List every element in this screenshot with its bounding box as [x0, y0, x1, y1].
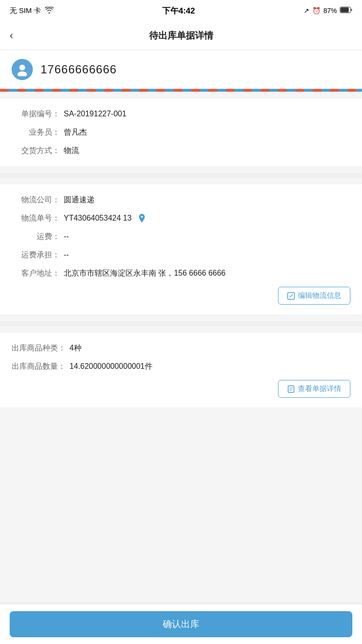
section-divider-1 — [0, 173, 362, 178]
order-no-row: 单据编号： SA-20191227-001 — [12, 108, 350, 120]
salesman-label: 业务员： — [12, 126, 60, 138]
user-header: 17666666666 — [0, 50, 362, 89]
salesman-row: 业务员： 曾凡杰 — [12, 126, 350, 138]
alarm-icon: ⏰ — [312, 7, 320, 14]
outbound-section: 出库商品种类： 4种 出库商品数量： 14.620000000000001件 查… — [0, 333, 362, 407]
freight-bearer-row: 运费承担： -- — [12, 249, 350, 261]
freight-bearer-label: 运费承担： — [12, 249, 60, 261]
salesman-value: 曾凡杰 — [64, 126, 350, 138]
section-divider-2 — [0, 321, 362, 326]
tracking-location-icon[interactable] — [137, 213, 147, 224]
nav-bar: ‹ 待出库单据详情 — [0, 21, 362, 50]
quantity-value: 14.620000000000001件 — [70, 361, 350, 372]
svg-point-2 — [19, 65, 25, 70]
edit-icon — [287, 292, 295, 300]
status-bar: 无 SIM 卡 下午4:42 ↗ ⏰ 87% — [0, 0, 362, 21]
dashed-divider — [0, 89, 362, 92]
address-label: 客户地址： — [12, 267, 60, 279]
view-detail-button[interactable]: 查看单据详情 — [278, 380, 350, 398]
basic-info-section: 单据编号： SA-20191227-001 业务员： 曾凡杰 交货方式： 物流 — [0, 98, 362, 166]
battery-level: 87% — [323, 7, 337, 14]
document-icon — [287, 385, 295, 393]
company-value: 圆通速递 — [64, 194, 350, 206]
delivery-row: 交货方式： 物流 — [12, 145, 350, 156]
company-label: 物流公司： — [12, 194, 60, 206]
address-value: 北京市市辖区海淀区永丰南 张，156 6666 6666 — [64, 267, 350, 279]
order-no-value: SA-20191227-001 — [64, 108, 350, 120]
location-status-icon: ↗ — [304, 7, 309, 14]
page-title: 待出库单据详情 — [149, 29, 213, 42]
freight-value: -- — [64, 231, 350, 242]
user-phone: 17666666666 — [41, 63, 117, 76]
quantity-row: 出库商品数量： 14.620000000000001件 — [12, 361, 350, 372]
order-no-label: 单据编号： — [12, 108, 60, 120]
sim-status: 无 SIM 卡 — [10, 6, 41, 15]
freight-label: 运费： — [12, 231, 60, 242]
delivery-label: 交货方式： — [12, 145, 60, 156]
freight-row: 运费： -- — [12, 231, 350, 242]
back-button[interactable]: ‹ — [10, 29, 13, 42]
status-time: 下午4:42 — [162, 5, 195, 16]
type-label: 出库商品种类： — [12, 342, 66, 354]
edit-logistics-btn-wrapper: 编辑物流信息 — [12, 287, 350, 305]
svg-rect-1 — [340, 8, 348, 13]
logistics-section: 物流公司： 圆通速递 物流单号： YT43064053424 13 运费： --… — [0, 184, 362, 314]
edit-logistics-button[interactable]: 编辑物流信息 — [278, 287, 350, 305]
type-value: 4种 — [70, 342, 350, 354]
quantity-label: 出库商品数量： — [12, 361, 66, 372]
company-row: 物流公司： 圆通速递 — [12, 194, 350, 206]
tracking-value: YT43064053424 13 — [64, 212, 350, 224]
tracking-label: 物流单号： — [12, 212, 60, 224]
freight-bearer-value: -- — [64, 249, 350, 261]
status-left: 无 SIM 卡 — [10, 6, 54, 15]
svg-point-3 — [17, 71, 27, 76]
bottom-space — [0, 414, 362, 462]
address-row: 客户地址： 北京市市辖区海淀区永丰南 张，156 6666 6666 — [12, 267, 350, 279]
delivery-value: 物流 — [64, 145, 350, 156]
wifi-icon — [45, 7, 54, 15]
tracking-row: 物流单号： YT43064053424 13 — [12, 212, 350, 224]
view-detail-btn-wrapper: 查看单据详情 — [12, 380, 350, 398]
type-row: 出库商品种类： 4种 — [12, 342, 350, 354]
battery-icon — [340, 7, 352, 14]
confirm-outbound-button[interactable]: 确认出库 — [10, 611, 352, 637]
avatar — [12, 59, 33, 80]
confirm-btn-wrapper: 确认出库 — [0, 604, 362, 644]
status-right: ↗ ⏰ 87% — [304, 7, 352, 14]
